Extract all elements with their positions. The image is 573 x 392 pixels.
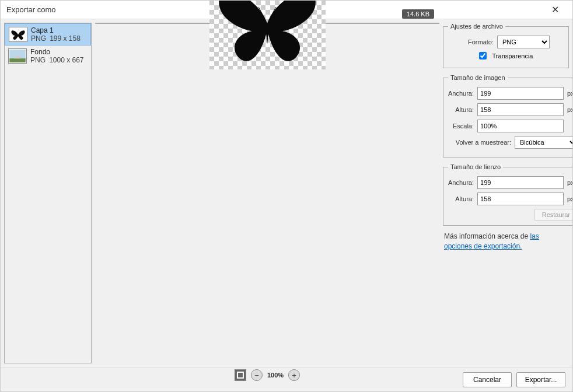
- info-text: Más información acerca de las opciones d…: [443, 232, 569, 251]
- zoom-fit-icon[interactable]: [235, 369, 246, 381]
- zoom-in-button[interactable]: +: [288, 369, 300, 381]
- layer-item[interactable]: Capa 1 PNG 199 x 158: [5, 23, 91, 46]
- layer-meta: PNG 199 x 158: [31, 34, 81, 43]
- layer-name: Capa 1: [31, 26, 81, 34]
- layer-item[interactable]: Fondo PNG 1000 x 667: [5, 46, 91, 67]
- cancel-button[interactable]: Cancelar: [463, 372, 512, 387]
- layer-thumb: [8, 48, 27, 64]
- format-label: Formato:: [448, 38, 494, 46]
- canvas-width-label: Anchura:: [448, 179, 474, 186]
- image-width-input[interactable]: [477, 87, 564, 100]
- layers-panel: Capa 1 PNG 199 x 158 Fondo PNG 1000 x 66…: [4, 23, 92, 363]
- height-label: Altura:: [448, 106, 474, 113]
- file-settings-group: Ajustes de archivo Formato: PNG Transpar…: [443, 23, 569, 68]
- export-button[interactable]: Exportar...: [516, 372, 565, 387]
- filesize-badge: 14.6 KB: [402, 9, 434, 19]
- layer-text: Fondo PNG 1000 x 667: [30, 48, 84, 64]
- canvas-height-label: Altura:: [448, 195, 474, 202]
- canvas-height-input[interactable]: [477, 192, 564, 205]
- canvas-width-input[interactable]: [477, 176, 564, 189]
- zoom-toolbar: − 100% +: [235, 369, 300, 381]
- zoom-out-button[interactable]: −: [251, 369, 263, 381]
- canvas-size-legend: Tamaño de lienzo: [448, 163, 503, 170]
- svg-rect-1: [9, 58, 26, 62]
- restore-button[interactable]: Restaurar: [534, 209, 573, 220]
- image-size-group: Tamaño de imagen Anchura: px Altura: px …: [443, 74, 573, 158]
- scale-input[interactable]: [477, 120, 564, 132]
- image-height-input[interactable]: [477, 103, 564, 116]
- zoom-value: 100%: [267, 372, 284, 379]
- layer-text: Capa 1 PNG 199 x 158: [31, 26, 81, 43]
- width-label: Anchura:: [448, 90, 474, 97]
- unit-label: px: [567, 90, 573, 97]
- canvas-size-group: Tamaño de lienzo Anchura: px Altura: px …: [443, 163, 573, 226]
- unit-label: px: [567, 179, 573, 186]
- scale-label: Escala:: [448, 123, 474, 130]
- format-select[interactable]: PNG: [497, 36, 550, 48]
- butterfly-icon: [212, 0, 323, 67]
- settings-panel: Ajustes de archivo Formato: PNG Transpar…: [443, 23, 569, 363]
- resample-select[interactable]: Bicúbica: [515, 136, 573, 149]
- preview-area: 14.6 KB − 100% +: [95, 23, 439, 363]
- layer-name: Fondo: [30, 48, 84, 56]
- unit-label: px: [567, 106, 573, 113]
- file-settings-legend: Ajustes de archivo: [448, 23, 505, 30]
- unit-label: px: [567, 195, 573, 202]
- preview-frame: 14.6 KB: [95, 23, 439, 24]
- layer-meta: PNG 1000 x 667: [30, 56, 84, 64]
- resample-label: Volver a muestrear:: [448, 139, 511, 146]
- transparency-label: Transparencia: [492, 52, 533, 60]
- layer-thumb: [9, 27, 27, 42]
- landscape-icon: [9, 50, 26, 62]
- close-icon[interactable]: ✕: [543, 4, 567, 15]
- transparency-checkbox[interactable]: [479, 52, 487, 60]
- dialog-body: Capa 1 PNG 199 x 158 Fondo PNG 1000 x 66…: [1, 19, 572, 367]
- butterfly-icon: [10, 28, 26, 41]
- image-size-legend: Tamaño de imagen: [448, 74, 508, 81]
- preview-image: [209, 0, 326, 69]
